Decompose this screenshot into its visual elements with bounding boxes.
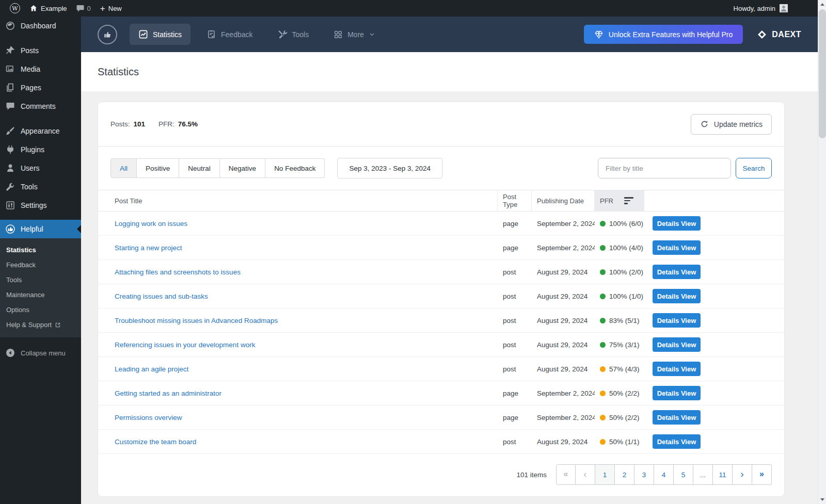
sidebar-item-tools[interactable]: Tools [0,177,81,196]
pfr-value: 50% (2/2) [595,414,644,421]
post-title-link[interactable]: Creating issues and sub-tasks [115,292,208,300]
date-range-picker[interactable]: Sep 3, 2023 - Sep 3, 2024 [337,158,442,178]
details-view-button[interactable]: Details View [653,362,701,376]
sidebar-item-posts[interactable]: Posts [0,41,81,60]
wp-logo-menu[interactable]: W [5,0,25,17]
sidebar-item-helpful[interactable]: Helpful [0,220,81,238]
post-title-link[interactable]: Referencing issues in your development w… [115,341,255,349]
tab-tools[interactable]: Tools [269,24,318,45]
avatar[interactable] [780,4,788,12]
sidebar-item-settings[interactable]: Settings [0,196,81,215]
page-button-4[interactable]: 4 [654,464,674,485]
column-header-post-title: Post Title [98,190,498,211]
sort-descending-icon [624,197,633,204]
column-header-pfr[interactable]: PFR [595,190,644,211]
details-view-button[interactable]: Details View [653,240,701,255]
comments-shortcut[interactable]: 0 [72,0,96,17]
filter-tab-neutral[interactable]: Neutral [179,158,220,178]
tab-feedback[interactable]: Feedback [198,24,261,45]
status-dot [600,415,606,420]
first-page-button[interactable]: « [556,464,576,485]
sidebar-item-users[interactable]: Users [0,159,81,177]
sidebar-item-pages[interactable]: Pages [0,78,81,97]
details-view-button[interactable]: Details View [653,216,701,231]
howdy-label[interactable]: Howdy, admin [734,5,775,12]
sidebar-item-dashboard[interactable]: Dashboard [0,17,81,35]
post-title-link[interactable]: Logging work on issues [115,220,187,227]
page-button-3[interactable]: 3 [634,464,654,485]
table-row: Getting started as an administrator page… [98,381,784,405]
pfr-value: 57% (4/3) [595,365,644,373]
submenu-item-help-support[interactable]: Help & Support [0,317,81,332]
pages-icon [5,83,15,93]
collapse-menu-button[interactable]: Collapse menu [0,345,81,361]
submenu-item-maintenance[interactable]: Maintenance [0,287,81,302]
sidebar-item-plugins[interactable]: Plugins [0,140,81,159]
submenu-item-tools[interactable]: Tools [0,272,81,287]
tab-more[interactable]: More [325,24,384,45]
pfr-value: 100% (1/0) [595,292,644,300]
post-title-link[interactable]: Attaching files and screenshots to issue… [115,268,241,276]
page-button-5[interactable]: 5 [674,464,693,485]
publishing-date: September 2, 2024 [532,244,595,252]
wrench-icon [5,182,15,192]
posts-metric-value: 101 [134,120,146,128]
next-page-button[interactable]: › [733,464,752,485]
update-metrics-button[interactable]: Update metrics [691,114,772,135]
post-title-link[interactable]: Getting started as an administrator [115,389,221,397]
scrollbar-thumb[interactable] [819,9,826,138]
status-dot [600,439,606,445]
details-view-button[interactable]: Details View [653,434,701,449]
details-view-button[interactable]: Details View [653,386,701,400]
scroll-up-arrow[interactable] [818,0,826,9]
page-button-11[interactable]: 11 [713,464,733,485]
pfr-value: 100% (6/0) [595,220,644,227]
sidebar-item-label: Helpful [21,225,43,233]
sidebar-item-media[interactable]: Media [0,60,81,78]
status-dot [600,245,606,251]
post-title-link[interactable]: Permissions overview [115,414,182,421]
sidebar-item-label: Settings [21,201,47,209]
submenu-item-options[interactable]: Options [0,302,81,317]
table-row: Creating issues and sub-tasks post Augus… [98,284,784,308]
last-page-button[interactable]: » [752,464,772,485]
details-view-button[interactable]: Details View [653,265,701,279]
details-view-button[interactable]: Details View [653,289,701,303]
previous-page-button[interactable]: ‹ [576,464,595,485]
filter-tab-positive[interactable]: Positive [137,158,179,178]
pfr-metric-label: PFR: [158,120,174,128]
site-name-link[interactable]: Example [25,0,72,17]
details-view-button[interactable]: Details View [653,410,701,425]
filter-tab-all[interactable]: All [110,158,137,178]
filter-tab-no-feedback[interactable]: No Feedback [265,158,325,178]
search-button[interactable]: Search [736,158,772,178]
sidebar-item-appearance[interactable]: Appearance [0,122,81,140]
post-title-link[interactable]: Customize the team board [115,438,196,446]
submenu-item-statistics[interactable]: Statistics [0,242,81,257]
scroll-down-arrow[interactable] [818,495,826,504]
comment-bubble-icon [76,5,84,12]
post-title-link[interactable]: Troubleshoot missing issues in Advanced … [115,317,278,324]
table-row: Starting a new project page September 2,… [98,236,784,260]
table-row: Attaching files and screenshots to issue… [98,260,784,284]
tab-statistics[interactable]: Statistics [130,24,190,45]
submenu-item-feedback[interactable]: Feedback [0,257,81,272]
sidebar-item-comments[interactable]: Comments [0,97,81,116]
new-content-menu[interactable]: + New [96,0,126,17]
status-dot [600,342,606,348]
post-title-link[interactable]: Starting a new project [115,244,182,252]
filter-tab-negative[interactable]: Negative [220,158,265,178]
table-row: Referencing issues in your development w… [98,333,784,357]
filter-title-input[interactable] [598,158,731,178]
pagination-bar: 101 items « ‹ 1 2 3 4 5 ... 11 › » [98,454,784,496]
external-link-icon [55,322,61,328]
vertical-scrollbar[interactable] [818,0,826,504]
page-button-2[interactable]: 2 [615,464,634,485]
details-view-button[interactable]: Details View [653,337,701,352]
unlock-pro-button[interactable]: Unlock Extra Features with Helpful Pro [584,25,743,44]
page-button-1[interactable]: 1 [595,464,615,485]
plugin-tabs: Statistics Feedback Tools More [130,24,384,45]
post-title-link[interactable]: Leading an agile project [115,365,188,373]
details-view-button[interactable]: Details View [653,313,701,328]
publishing-date: August 29, 2024 [532,292,595,300]
